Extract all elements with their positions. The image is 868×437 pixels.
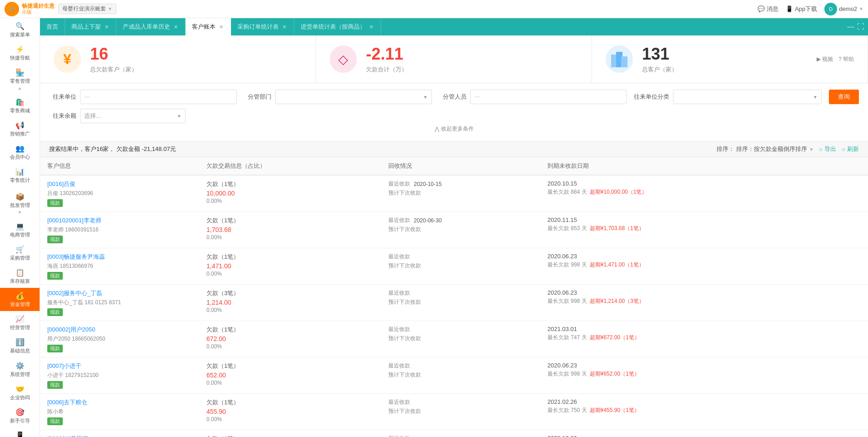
sort-selector[interactable]: 排序： 排序：按欠款金额倒序排序 ▼ (717, 145, 813, 153)
app-download-btn[interactable]: 📱 App下载 (786, 5, 817, 13)
sidebar-item-purchase[interactable]: 🛒 采购管理 (0, 241, 40, 265)
sidebar-item-newcomer[interactable]: 🎯 新手引导 (0, 404, 40, 427)
callback-label-2: 最近收款 (388, 253, 410, 261)
tab-purchase-order-close[interactable]: ✕ (281, 24, 287, 30)
debt-label-7: 欠款（1笔） (206, 435, 374, 437)
messages-btn[interactable]: 💬 消息 (758, 5, 778, 13)
due-overdue-2[interactable]: 超期¥1,471.00（1笔） (590, 261, 644, 269)
cell-debt-5: 欠款（1笔） 652.00 0.00% (199, 357, 381, 393)
tab-maximize-icon[interactable]: ⛶ (857, 23, 864, 31)
store-selector[interactable]: 母婴行业演示账套 ▼ (58, 4, 116, 14)
customer-tag-5: 现款 (47, 381, 63, 389)
due-overdue-6[interactable]: 超期¥455.90（1笔） (590, 407, 640, 414)
sidebar-item-retail-store[interactable]: 🛍️ 零售商城 (0, 94, 40, 117)
debt-percent-6: 0.00% (206, 416, 374, 422)
export-btn[interactable]: ○ 导出 (819, 145, 836, 153)
tab-product-list-close[interactable]: ✕ (104, 24, 110, 30)
customer-name-7[interactable]: [000001]黄思源 (47, 435, 192, 437)
filter-select-balance[interactable]: 选择... ▼ (80, 109, 186, 123)
top-bar: 🛒 畅捷通好生意 示版 母婴行业演示账套 ▼ 💬 消息 📱 App下载 D (0, 0, 868, 18)
page-content: ¥ 16 总欠款客户（家） ◇ -2.11 欠款合计（万） (40, 35, 868, 437)
due-overdue-5[interactable]: 超期¥652.00（1笔） (590, 370, 640, 378)
tab-product-instock[interactable]: 产成品入库单历史 ✕ (116, 18, 186, 35)
due-overdue-0[interactable]: 超期¥10,000.00（1笔） (590, 188, 647, 196)
customer-name-3[interactable]: [0002]服务中心_丁磊 (47, 289, 192, 297)
due-detail-2: 最长欠款 998 天 超期¥1,471.00（1笔） (547, 261, 861, 269)
tab-purchase-order[interactable]: 采购订单统计表 ✕ (231, 18, 294, 35)
tab-product-instock-close[interactable]: ✕ (173, 24, 179, 30)
stat-card-total-customers: 131 总客户（家） ▶ 视频 ? 帮助 (592, 35, 868, 83)
sidebar-item-inventory[interactable]: 📋 库存核算 (0, 265, 40, 288)
due-overdue-3[interactable]: 超期¥1,214.00（3笔） (590, 297, 644, 305)
customer-name-5[interactable]: [0007]小进干 (47, 362, 192, 370)
due-detail-3: 最长欠款 998 天 超期¥1,214.00（3笔） (547, 297, 861, 305)
help-label: 帮助 (843, 55, 854, 63)
filter-select-category[interactable]: ▼ (673, 90, 822, 104)
cell-customer-5: [0007]小进干 小进干 18279152100 现款 (40, 357, 199, 393)
sidebar-item-basic-info[interactable]: ℹ️ 基础信息 (0, 334, 40, 357)
sidebar-item-search[interactable]: 🔍 搜索菜单 (0, 18, 40, 41)
debt-amount-4[interactable]: 672.00 (206, 335, 374, 342)
refresh-btn[interactable]: ○ 刷新 (842, 145, 859, 153)
cell-callback-4: 最近收款 预计下次收款 (381, 321, 540, 357)
filter-select-dept[interactable]: ▼ (275, 90, 432, 104)
tab-customer-account-close[interactable]: ✕ (218, 24, 224, 30)
stat-card-customers-debt: ¥ 16 总欠款客户（家） (40, 35, 316, 83)
sidebar-item-operation[interactable]: 📈 经营管理 (0, 311, 40, 334)
sidebar-item-retail-mgmt[interactable]: 🏪 零售管理 ▲ (0, 65, 40, 94)
due-overdue-4[interactable]: 超期¥672.00（1笔） (590, 334, 640, 342)
sidebar-item-retail-stats[interactable]: 📊 零售统计 (0, 164, 40, 187)
debt-label-0: 欠款（1笔） (206, 180, 374, 188)
stat-number-total: 131 (642, 45, 677, 64)
debt-label-4: 欠款（1笔） (206, 326, 374, 334)
customer-tag-6: 现款 (47, 417, 63, 425)
search-button[interactable]: 查询 (829, 90, 859, 104)
callback-next-2: 预计下次收款 (388, 262, 533, 270)
tab-purchase-order-label: 采购订单统计表 (237, 23, 279, 31)
sidebar-item-quick-nav[interactable]: ⚡ 快捷导航 (0, 41, 40, 65)
header-callback: 回收情况 (381, 157, 540, 175)
debt-amount-1[interactable]: 1,703.68 (206, 226, 374, 233)
video-icon: ▶ (817, 56, 821, 62)
filter-input-person[interactable]: ··· (470, 90, 627, 104)
customer-name-4[interactable]: [000002]用户2050 (47, 326, 192, 334)
tab-minimize-icon[interactable]: — (847, 23, 854, 31)
due-days-2: 最长欠款 998 天 (547, 261, 587, 269)
filter-label-dept: 分管部门 (244, 93, 271, 101)
due-overdue-1[interactable]: 超期¥1,703.68（1笔） (590, 225, 644, 232)
tab-instock-stats-close[interactable]: ✕ (368, 24, 374, 30)
tab-instock-stats[interactable]: 进货单统计表（按商品） ✕ (294, 18, 381, 35)
sidebar-item-enterprise[interactable]: 🤝 企业协同 (0, 381, 40, 404)
user-area[interactable]: D demo2 ▼ (824, 3, 863, 15)
tab-product-list[interactable]: 商品上下架 ✕ (65, 18, 116, 35)
sidebar-item-app-center[interactable]: 📱 应用中心 (0, 427, 40, 437)
sort-chevron-icon: ▼ (809, 147, 813, 152)
sidebar-item-system[interactable]: ⚙️ 系统管理 (0, 358, 40, 381)
customer-name-1[interactable]: [0001020001]李老师 (47, 216, 192, 225)
results-amount-label: 欠款金额 (116, 146, 140, 152)
customer-name-6[interactable]: [0006]去下粮仓 (47, 398, 192, 407)
customer-name-2[interactable]: [0003]畅捷服务尹海蕊 (47, 253, 192, 261)
debt-amount-3[interactable]: 1,214.00 (206, 299, 374, 306)
debt-amount-6[interactable]: 455.90 (206, 408, 374, 415)
customer-name-0[interactable]: [0016]吕俊 (47, 180, 192, 188)
sidebar-item-ecommerce[interactable]: 💻 电商管理 (0, 218, 40, 241)
collapse-btn[interactable]: ⋀ 收起更多条件 (49, 123, 859, 135)
tab-customer-account[interactable]: 客户账本 ✕ (186, 18, 231, 35)
customer-tag-0: 现款 (47, 199, 63, 207)
debt-amount-0[interactable]: 10,000.00 (206, 190, 374, 197)
sidebar-item-batch-mgmt[interactable]: 📦 批发管理 ▼ (0, 189, 40, 218)
debt-amount-2[interactable]: 1,471.00 (206, 262, 374, 270)
filter-input-company[interactable]: ··· (80, 90, 237, 104)
video-action-btn[interactable]: ▶ 视频 (817, 55, 833, 63)
sidebar-label-retail-mgmt: 零售管理 (10, 78, 30, 84)
help-action-btn[interactable]: ? 帮助 (838, 55, 854, 63)
purchase-icon: 🛒 (15, 245, 25, 254)
svg-rect-2 (621, 56, 627, 67)
debt-amount-5[interactable]: 652.00 (206, 372, 374, 379)
sidebar-item-marketing[interactable]: 📢 营销推广 (0, 117, 40, 141)
tab-home[interactable]: 首页 (40, 18, 65, 35)
sidebar-item-finance[interactable]: 💰 资金管理 (0, 288, 40, 311)
sidebar-item-member[interactable]: 👥 会员中心 (0, 141, 40, 164)
cell-due-1: 2020.11.15 最长欠款 853 天 超期¥1,703.68（1笔） (540, 212, 868, 248)
